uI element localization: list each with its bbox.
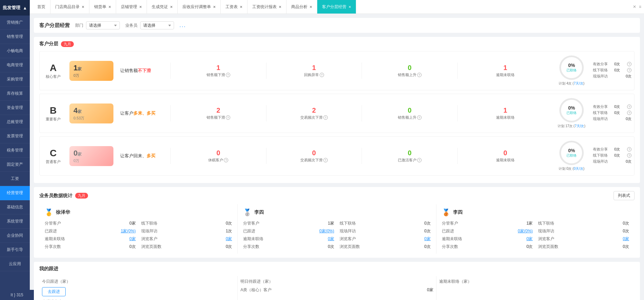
sidebar-item-工资[interactable]: 工资: [0, 172, 30, 186]
sidebar-item-固定资产[interactable]: 固定资产: [0, 158, 30, 172]
tier-count-num: 1家: [73, 64, 109, 72]
followup-go-btn[interactable]: 去跟进: [42, 287, 66, 296]
info-icon[interactable]: ?: [627, 105, 631, 109]
tab-工资表[interactable]: 工资表✕: [221, 0, 248, 14]
info-icon[interactable]: ?: [417, 158, 422, 162]
tier-right-stats-A: 有效分享0次?线下联络0次?现场拜访0次: [590, 62, 634, 80]
customer-section-title: 客户分层: [39, 41, 58, 47]
tab-close-icon[interactable]: ✕: [82, 5, 84, 9]
filter-more-btn[interactable]: ...: [179, 22, 186, 28]
tier-right-stats-B: 有效分享0次?线下联络0次?现场拜访0次: [590, 104, 634, 122]
staff-medal-icon: 🥈: [243, 208, 252, 216]
tab-close-icon[interactable]: ✕: [240, 5, 242, 9]
plan-link[interactable]: 7天/次: [574, 82, 583, 85]
tab-close-icon[interactable]: ✕: [348, 5, 351, 9]
sidebar-toggle-icon[interactable]: ▲: [23, 5, 27, 10]
tier-stat-label: 交易频次下滑?: [269, 158, 359, 163]
more-tabs-icon[interactable]: ≡: [639, 4, 641, 9]
staff-filter-group: 业务员 请选择: [125, 21, 174, 29]
staff-stat-val[interactable]: 0家(0%): [518, 228, 533, 234]
staff-select[interactable]: 请选择: [140, 21, 174, 29]
sidebar-item-销售管理[interactable]: 销售管理: [0, 30, 30, 44]
plan-link[interactable]: 7天/次: [575, 124, 584, 128]
sidebar-item-企业协同[interactable]: 企业协同: [0, 229, 30, 243]
staff-stat-val[interactable]: 0家: [129, 236, 136, 242]
sidebar-item-经营管理[interactable]: 经营管理: [0, 186, 30, 200]
tab-bar-actions: ✕ ≡: [633, 4, 641, 9]
sidebar-item-系统管理[interactable]: 系统管理: [0, 214, 30, 229]
info-icon[interactable]: ?: [627, 62, 631, 66]
staff-stat-val: 1次: [226, 228, 232, 234]
tier-stat-item: 0已激活客户?: [362, 148, 457, 164]
sidebar-item-云应用[interactable]: 云应用: [0, 257, 30, 271]
sidebar-item-库存核算[interactable]: 库存核算: [0, 87, 30, 101]
info-icon[interactable]: ?: [627, 68, 631, 72]
staff-stat-val[interactable]: 0家: [623, 236, 629, 242]
tier-count-box-C: 0家0万: [69, 146, 113, 166]
tab-生成凭证[interactable]: 生成凭证✕: [147, 0, 178, 14]
sidebar-item-税务管理[interactable]: 税务管理: [0, 143, 30, 158]
tier-right-stat-val: 0次: [614, 62, 620, 67]
sidebar-item-资金管理[interactable]: 资金管理: [0, 101, 30, 115]
sidebar-item-总账管理[interactable]: 总账管理: [0, 115, 30, 129]
info-icon[interactable]: ?: [627, 147, 631, 152]
tab-close-icon[interactable]: ✕: [170, 5, 173, 9]
dept-filter-group: 部门 请选择: [75, 21, 120, 29]
list-view-btn[interactable]: 列表式: [614, 191, 635, 200]
staff-stat-label: 现场拜访: [538, 228, 554, 234]
sidebar-item-新手引导[interactable]: 新手引导: [0, 243, 30, 257]
tier-right-stat-label: 线下联络: [593, 68, 608, 73]
info-icon[interactable]: ?: [627, 153, 631, 158]
tier-circle-status: 已联络: [566, 68, 577, 73]
close-all-tabs-icon[interactable]: ✕: [633, 4, 636, 9]
sidebar-header[interactable]: 批发管理 ▲: [0, 0, 30, 16]
tab-首页[interactable]: 首页: [33, 0, 50, 14]
staff-stat-val: 0家: [129, 221, 136, 226]
info-icon[interactable]: ?: [627, 111, 631, 115]
tab-门店商品目录[interactable]: 门店商品目录✕: [50, 0, 89, 14]
sidebar-item-小畅电商[interactable]: 小畅电商: [0, 44, 30, 58]
tab-close-icon[interactable]: ✕: [279, 5, 281, 9]
tab-close-icon[interactable]: ✕: [309, 5, 312, 9]
staff-stat-val[interactable]: 0家: [527, 236, 533, 242]
tab-商品分析[interactable]: 商品分析✕: [286, 0, 317, 14]
info-icon[interactable]: ?: [226, 115, 230, 120]
tier-letter: C: [40, 148, 67, 159]
tab-close-icon[interactable]: ✕: [108, 5, 111, 9]
tier-stat-label: 已激活客户?: [365, 158, 455, 163]
staff-stat: 线下联络0次: [141, 221, 232, 226]
info-icon[interactable]: ?: [323, 158, 328, 162]
sidebar-item-基础信息[interactable]: 基础信息: [0, 200, 30, 214]
tier-slogan-C: 让客户回来、多买: [116, 153, 170, 159]
staff-stat-val[interactable]: 1家(0%): [121, 228, 136, 234]
info-icon[interactable]: ?: [226, 73, 230, 77]
sidebar-item-发票管理[interactable]: 发票管理: [0, 129, 30, 143]
tab-工资统计报表[interactable]: 工资统计报表✕: [248, 0, 286, 14]
tab-客户分层经营[interactable]: 客户分层经营✕: [317, 0, 356, 14]
tab-应收应付调整单[interactable]: 应收应付调整单✕: [178, 0, 221, 14]
tab-close-icon[interactable]: ✕: [213, 5, 216, 9]
info-icon[interactable]: ?: [323, 115, 328, 120]
staff-stat-val[interactable]: 0家: [328, 236, 334, 242]
tier-letter: B: [40, 105, 67, 116]
tier-count-unit: 家: [78, 152, 82, 157]
info-icon[interactable]: ?: [417, 115, 422, 120]
staff-stat-val[interactable]: 0家: [226, 236, 232, 242]
staff-stat-val[interactable]: 0家(0%): [319, 228, 334, 234]
staff-label: 业务员: [125, 23, 137, 28]
info-icon[interactable]: ?: [417, 73, 422, 77]
tab-close-icon[interactable]: ✕: [139, 5, 142, 9]
tab-店铺管理[interactable]: 店铺管理✕: [116, 0, 147, 14]
info-icon[interactable]: ?: [320, 73, 324, 77]
tier-right-stat-label: 有效分享: [593, 62, 608, 67]
tier-stat-item: 1回购异常?: [266, 63, 362, 79]
dept-select[interactable]: 请选择: [86, 21, 120, 29]
staff-stat-val[interactable]: 0家: [424, 236, 431, 242]
sidebar-item-电商管理[interactable]: 电商管理: [0, 58, 30, 72]
staff-medal-icon: 🥇: [45, 208, 53, 216]
sidebar-item-营销推广[interactable]: 营销推广: [0, 16, 30, 30]
sidebar-item-采购管理[interactable]: 采购管理: [0, 72, 30, 87]
plan-link[interactable]: 0天/次: [574, 167, 583, 170]
info-icon[interactable]: ?: [224, 158, 228, 162]
tab-销货单[interactable]: 销货单✕: [89, 0, 116, 14]
